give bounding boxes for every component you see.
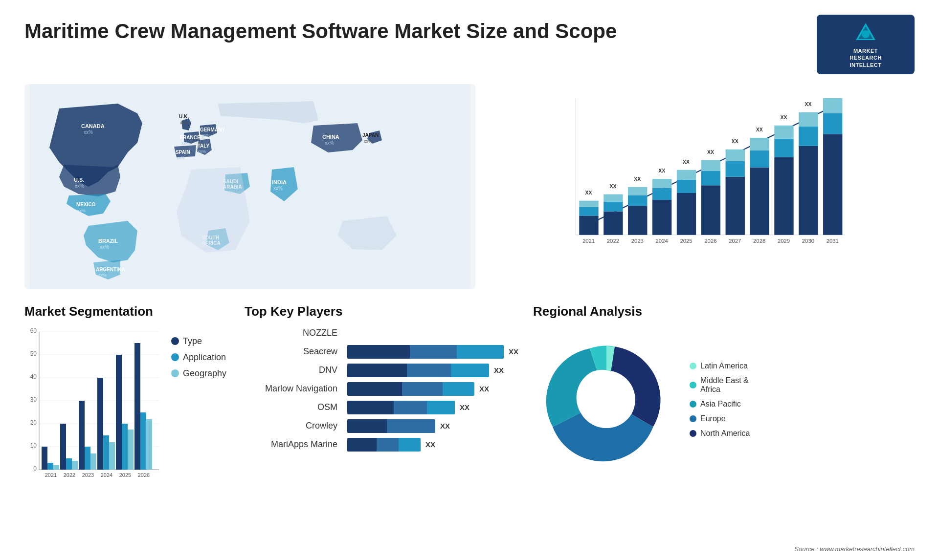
logo-icon (853, 21, 878, 45)
top-section: CANADA xx% U.S. xx% MEXICO xx% BRAZIL xx… (24, 84, 915, 289)
svg-text:60: 60 (30, 327, 37, 334)
bar-chart-svg: XX 2021 XX 2022 XX 2023 XX 2024 (495, 94, 905, 265)
svg-rect-57 (652, 200, 671, 235)
svg-rect-52 (628, 206, 647, 235)
svg-text:2022: 2022 (64, 472, 75, 478)
player-name-mariapps: MariApps Marine (245, 439, 342, 450)
svg-text:2021: 2021 (582, 237, 595, 243)
svg-rect-67 (701, 185, 720, 235)
svg-point-2 (862, 30, 870, 38)
map-container: CANADA xx% U.S. xx% MEXICO xx% BRAZIL xx… (24, 84, 475, 289)
svg-text:U.S.: U.S. (74, 177, 84, 183)
svg-rect-74 (725, 150, 744, 161)
svg-text:INDIA: INDIA (272, 179, 287, 185)
svg-text:xx%: xx% (84, 129, 93, 135)
svg-rect-125 (97, 378, 103, 470)
legend-dot-application (171, 353, 179, 361)
svg-text:2030: 2030 (802, 237, 814, 243)
svg-rect-68 (701, 171, 720, 185)
svg-text:CANADA: CANADA (81, 123, 105, 129)
legend-type: Type (171, 336, 226, 346)
svg-text:XX: XX (585, 190, 592, 195)
svg-text:2021: 2021 (45, 472, 57, 478)
svg-text:U.K.: U.K. (179, 114, 189, 119)
svg-text:xx%: xx% (98, 273, 107, 278)
svg-rect-129 (116, 355, 122, 470)
svg-text:FRANCE: FRANCE (180, 135, 201, 140)
svg-text:20: 20 (30, 419, 37, 426)
svg-rect-130 (122, 424, 128, 470)
svg-rect-49 (604, 194, 623, 202)
svg-text:2025: 2025 (680, 237, 692, 243)
logo: MARKET RESEARCH INTELLECT (817, 15, 915, 74)
svg-rect-127 (109, 442, 115, 470)
svg-text:XX: XX (634, 176, 641, 182)
players-title: Top Key Players (245, 304, 518, 319)
legend-geography: Geography (171, 368, 226, 379)
svg-text:XX: XX (683, 159, 690, 165)
svg-rect-79 (750, 138, 769, 150)
svg-text:xx%: xx% (75, 183, 84, 189)
player-name-dnv: DNV (245, 365, 342, 375)
players-list: NOZZLE Seacrew XX (245, 326, 518, 452)
svg-rect-118 (66, 458, 72, 470)
svg-text:2024: 2024 (655, 237, 668, 243)
svg-rect-135 (146, 419, 152, 470)
svg-rect-63 (677, 180, 696, 193)
svg-rect-117 (60, 424, 66, 470)
player-name-osm: OSM (245, 402, 342, 412)
svg-text:XX: XX (658, 168, 665, 173)
player-row-crowley: Crowley XX (245, 419, 518, 433)
players-container: Top Key Players NOZZLE Seacrew (245, 304, 518, 514)
seg-chart-area: 0 10 20 30 40 50 60 (24, 326, 230, 483)
svg-rect-44 (579, 201, 598, 207)
svg-rect-84 (774, 126, 793, 139)
segmentation-container: Market Segmentation 0 10 20 30 40 50 60 (24, 304, 230, 514)
svg-text:50: 50 (30, 350, 37, 357)
legend-mea: Middle East &Africa (690, 376, 750, 394)
svg-rect-77 (750, 167, 769, 235)
svg-text:ITALY: ITALY (196, 143, 210, 149)
svg-rect-43 (579, 207, 598, 216)
svg-text:2029: 2029 (778, 237, 790, 243)
svg-rect-88 (799, 126, 818, 146)
svg-rect-47 (604, 212, 623, 235)
dot-latin-america (690, 363, 696, 369)
svg-text:40: 40 (30, 373, 37, 380)
dot-north-america (690, 430, 696, 437)
page-title: Maritime Crew Management Software Market… (24, 20, 617, 43)
svg-text:GERMANY: GERMANY (200, 127, 225, 132)
svg-text:2031: 2031 (827, 237, 839, 243)
svg-rect-64 (677, 170, 696, 180)
svg-text:ARGENTINA: ARGENTINA (96, 267, 125, 272)
svg-rect-121 (79, 401, 85, 470)
svg-rect-94 (823, 98, 842, 113)
svg-rect-114 (47, 463, 53, 470)
svg-rect-83 (774, 139, 793, 157)
svg-rect-131 (128, 430, 134, 470)
player-row-dnv: DNV XX (245, 364, 518, 377)
svg-text:XX: XX (707, 149, 714, 154)
svg-text:XX: XX (780, 114, 787, 120)
player-name-seacrew: Seacrew (245, 346, 342, 357)
svg-rect-123 (90, 453, 96, 470)
svg-rect-122 (85, 447, 90, 470)
svg-rect-78 (750, 150, 769, 167)
svg-text:xx%: xx% (198, 149, 206, 154)
svg-text:2026: 2026 (138, 472, 150, 478)
svg-rect-126 (103, 435, 109, 470)
svg-text:2028: 2028 (753, 237, 765, 243)
seg-legend: Type Application Geography (171, 326, 226, 379)
svg-rect-89 (799, 112, 818, 127)
svg-rect-92 (823, 134, 842, 235)
svg-text:BRAZIL: BRAZIL (98, 238, 118, 244)
player-row-seacrew: Seacrew XX (245, 345, 518, 359)
legend-latin-america: Latin America (690, 362, 750, 370)
header: Maritime Crew Management Software Market… (24, 15, 915, 74)
svg-rect-59 (652, 179, 671, 188)
player-row-osm: OSM XX (245, 401, 518, 414)
legend-application: Application (171, 352, 226, 363)
svg-rect-53 (628, 195, 647, 206)
svg-rect-69 (701, 160, 720, 171)
svg-rect-82 (774, 157, 793, 235)
